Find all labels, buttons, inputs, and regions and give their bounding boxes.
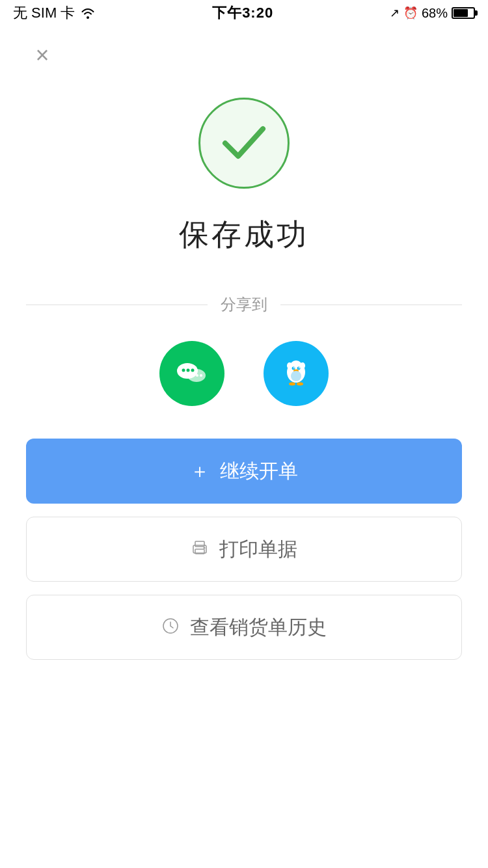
main-content: × 保存成功 分享到 xyxy=(0,26,488,686)
status-right: ↗ ⏰ 68% xyxy=(390,6,475,21)
actions-section: ＋ 继续开单 打印单据 查看销货单历史 xyxy=(26,439,462,660)
svg-point-4 xyxy=(191,369,195,372)
close-button[interactable]: × xyxy=(26,39,59,72)
wechat-share-button[interactable] xyxy=(159,341,224,406)
clock-icon xyxy=(161,617,180,638)
svg-point-7 xyxy=(200,374,202,377)
svg-point-11 xyxy=(297,367,301,370)
status-time: 下午3:20 xyxy=(212,3,273,23)
svg-point-10 xyxy=(292,367,295,370)
battery-icon xyxy=(452,7,475,19)
svg-point-23 xyxy=(204,547,206,549)
svg-point-13 xyxy=(299,367,300,368)
svg-point-3 xyxy=(187,369,190,372)
svg-rect-21 xyxy=(195,541,204,547)
plus-icon: ＋ xyxy=(190,461,210,481)
print-label: 打印单据 xyxy=(219,536,297,563)
checkmark-icon xyxy=(221,125,267,161)
divider-left xyxy=(26,305,208,305)
close-icon: × xyxy=(35,44,49,67)
continue-button[interactable]: ＋ 继续开单 xyxy=(26,439,462,504)
svg-point-6 xyxy=(196,374,198,377)
wifi-icon xyxy=(80,7,96,19)
location-icon: ↗ xyxy=(390,6,400,20)
print-button[interactable]: 打印单据 xyxy=(26,517,462,582)
status-carrier-wifi: 无 SIM 卡 xyxy=(13,3,96,23)
success-title: 保存成功 xyxy=(179,215,309,255)
svg-point-12 xyxy=(293,367,295,368)
print-icon xyxy=(191,539,209,560)
wechat-icon xyxy=(172,354,211,393)
qq-share-button[interactable] xyxy=(264,341,329,406)
success-circle xyxy=(198,98,290,189)
share-icons xyxy=(159,341,329,406)
alarm-icon: ⏰ xyxy=(403,6,418,20)
status-bar: 无 SIM 卡 下午3:20 ↗ ⏰ 68% xyxy=(0,0,488,26)
svg-point-5 xyxy=(192,374,195,377)
svg-point-17 xyxy=(291,371,301,381)
success-section: 保存成功 xyxy=(26,98,462,255)
share-section: 分享到 xyxy=(26,294,462,406)
carrier-text: 无 SIM 卡 xyxy=(13,3,75,23)
history-label: 查看销货单历史 xyxy=(190,614,327,641)
svg-point-15 xyxy=(287,362,292,369)
svg-point-19 xyxy=(297,383,303,386)
battery-percent: 68% xyxy=(422,6,448,21)
svg-point-2 xyxy=(182,369,185,372)
svg-point-18 xyxy=(289,383,295,386)
divider-right xyxy=(280,305,462,305)
history-button[interactable]: 查看销货单历史 xyxy=(26,595,462,660)
share-divider: 分享到 xyxy=(26,294,462,315)
share-label: 分享到 xyxy=(221,294,267,315)
svg-point-16 xyxy=(300,362,305,369)
continue-label: 继续开单 xyxy=(220,458,298,485)
qq-icon xyxy=(277,354,316,393)
